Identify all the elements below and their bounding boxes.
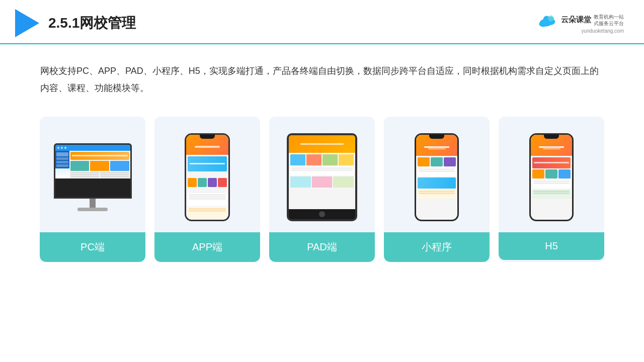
card-mini-label: 小程序 [384, 232, 490, 262]
card-h5-image [499, 117, 604, 232]
brand-url: yunduoketang.com [581, 28, 624, 34]
card-pad-image [269, 117, 375, 232]
card-mini-image [384, 117, 490, 232]
header: 2.5.1网校管理 云朵课堂 教育机构一站 式服务云平台 yunduoketan… [0, 0, 644, 44]
h5-phone-icon [529, 133, 574, 221]
brand-row: 云朵课堂 教育机构一站 式服务云平台 [537, 13, 624, 27]
mini-phone-icon [415, 133, 459, 221]
cards-container: PC端 [0, 107, 644, 277]
card-pad-label: PAD端 [269, 232, 375, 262]
brand-wrapper: 云朵课堂 教育机构一站 式服务云平台 yunduoketang.com [537, 13, 624, 34]
header-left: 2.5.1网校管理 [15, 9, 136, 37]
card-app-label: APP端 [154, 232, 260, 262]
card-mini: 小程序 [384, 117, 490, 262]
page-title: 2.5.1网校管理 [48, 14, 136, 33]
card-h5-label: H5 [499, 232, 604, 260]
description-text: 网校支持PC、APP、PAD、小程序、H5，实现多端打通，产品各终端自由切换，数… [0, 44, 644, 107]
brand-name: 云朵课堂 [561, 15, 591, 25]
pad-tablet-icon [287, 133, 357, 221]
logo-triangle-icon [15, 9, 39, 37]
pc-monitor-icon [54, 143, 132, 211]
card-pc-image [40, 117, 145, 232]
card-pad: PAD端 [269, 117, 375, 262]
card-app: APP端 [154, 117, 260, 262]
cloud-logo-icon [537, 13, 558, 27]
app-phone-icon [185, 133, 230, 221]
card-h5: H5 [499, 117, 604, 262]
card-pc: PC端 [40, 117, 145, 262]
card-pc-label: PC端 [40, 232, 145, 262]
brand-tagline: 教育机构一站 式服务云平台 [594, 14, 624, 27]
card-app-image [154, 117, 260, 232]
